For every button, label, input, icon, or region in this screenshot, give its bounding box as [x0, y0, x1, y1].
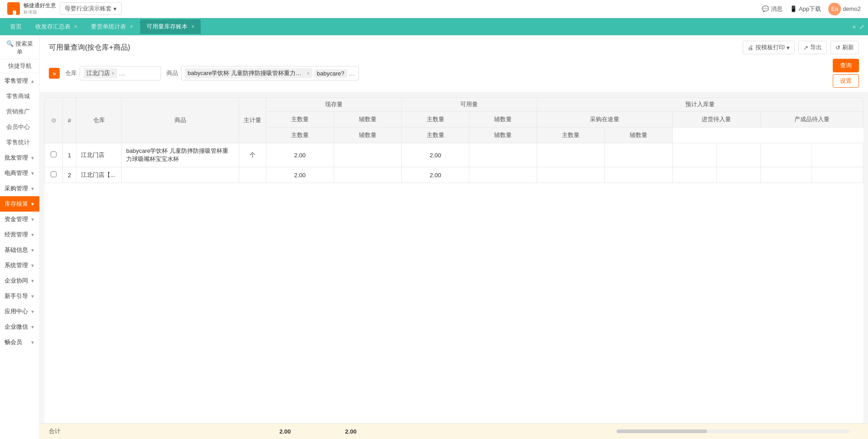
brand-info: 畅捷通好生意 标准版: [24, 2, 56, 15]
tab-available-stock[interactable]: 可用量库存账本 ×: [140, 19, 201, 34]
avatar: Ea: [828, 3, 841, 15]
product-more-icon[interactable]: ...: [349, 69, 355, 77]
row-inbound-pending-main: [672, 167, 716, 183]
sidebar-item-retail-stats[interactable]: 零售统计: [0, 135, 39, 150]
filter-bar: » 仓库 江北门店 × ... 商品 babycare学饮杯 儿童防摔防撞吸管杯…: [40, 54, 868, 93]
warehouse-filter-input[interactable]: 江北门店 × ...: [80, 66, 161, 80]
query-button[interactable]: 查询: [833, 59, 859, 72]
sidebar-section-finance: 资金管理 ▼: [0, 212, 39, 227]
order-tab-label: 要货单统计表: [91, 23, 126, 31]
tab-home[interactable]: 首页: [4, 19, 28, 34]
sidebar-section-inventory: 库存核算 ▼: [0, 196, 39, 212]
col-gear[interactable]: ⚙: [45, 98, 63, 143]
sidebar-header-wechat[interactable]: 企业微信 ▼: [0, 319, 39, 335]
chevron-down-icon: ▾: [787, 44, 790, 51]
sidebar-header-system[interactable]: 系统管理 ▼: [0, 258, 39, 273]
message-button[interactable]: 💬 消息: [762, 5, 783, 13]
col-available: 可用量: [401, 98, 537, 112]
refresh-button[interactable]: ↺ 刷新: [830, 41, 859, 54]
chevron-icon: ▼: [30, 217, 35, 222]
sidebar-header-purchase[interactable]: 采购管理 ▼: [0, 181, 39, 196]
sidebar-section-enterprise: 企业协同 ▼: [0, 273, 39, 288]
sidebar-header-operation[interactable]: 经营管理 ▼: [0, 227, 39, 242]
tab-close-receipt[interactable]: ×: [74, 24, 77, 30]
logo-icon: 畅捷通好生意: [7, 2, 20, 15]
top-bar: 畅捷通好生意 畅捷通好生意 标准版 母婴行业演示账套 ▾ 💬 消息 📱 App下…: [0, 0, 868, 18]
expand-icon[interactable]: ⤢: [859, 24, 864, 30]
chevron-icon: ▼: [30, 279, 35, 283]
sidebar-section-operation: 经营管理 ▼: [0, 227, 39, 242]
sidebar-quick-nav[interactable]: 快捷导航: [0, 59, 39, 73]
row-stock-main: 2.00: [266, 143, 334, 167]
product-filter-group: 商品 babycare学饮杯 儿童防摔防撞吸管杯重力球吸嘴杯宝宝水杯 × bab…: [166, 66, 359, 80]
horizontal-scrollbar[interactable]: [617, 430, 850, 433]
user-menu[interactable]: Ea demo2: [828, 3, 861, 15]
home-tab-label: 首页: [10, 23, 22, 31]
tab-receipt-summary[interactable]: 收发存汇总表 ×: [29, 19, 84, 34]
print-icon: 🖨: [748, 44, 754, 51]
close-all-icon[interactable]: ×: [852, 24, 856, 30]
warehouse-more-icon[interactable]: ...: [119, 69, 125, 77]
app-download-label: App下载: [799, 5, 821, 13]
row-inbound-pending-aux: [717, 143, 760, 167]
footer-label: 合计: [49, 427, 76, 435]
chevron-icon: ▼: [30, 232, 35, 237]
export-icon: ↗: [803, 44, 808, 51]
sidebar-section-purchase: 采购管理 ▼: [0, 181, 39, 196]
sidebar-section-system: 系统管理 ▼: [0, 258, 39, 273]
sidebar-header-newguide[interactable]: 新手引导 ▼: [0, 288, 39, 304]
refresh-icon: ↺: [835, 44, 840, 51]
sidebar-header-wholesale[interactable]: 批发管理 ▼: [0, 150, 39, 165]
page-actions: 🖨 按模板打印 ▾ ↗ 导出 ↺ 刷新: [743, 41, 859, 54]
sidebar-header-appcenter[interactable]: 应用中心 ▼: [0, 304, 39, 319]
print-button[interactable]: 🖨 按模板打印 ▾: [743, 41, 795, 54]
row-warehouse: 江北门店【...: [76, 167, 122, 183]
col-production-pending-main: 主数量: [537, 127, 605, 143]
sidebar-item-retail-mall[interactable]: 零售商城: [0, 89, 39, 104]
sidebar-item-marketing[interactable]: 营销推广: [0, 104, 39, 119]
search-icon: 🔍: [6, 40, 14, 47]
sidebar-header-retail[interactable]: 零售管理 ▲: [0, 73, 39, 89]
product-tag2: babycare?: [314, 69, 347, 78]
col-production-pending-aux: 辅数量: [605, 127, 673, 143]
row-purchase-transit-main: [537, 143, 605, 167]
industry-selector[interactable]: 母婴行业演示账套 ▾: [60, 2, 122, 15]
col-stock-aux: 辅数量: [334, 112, 401, 127]
sidebar-header-enterprise[interactable]: 企业协同 ▼: [0, 273, 39, 288]
tab-order-stats[interactable]: 要货单统计表 ×: [85, 19, 139, 34]
chevron-icon: ▲: [30, 79, 35, 84]
sidebar-search[interactable]: 🔍 搜索菜单: [0, 35, 39, 59]
row-checkbox[interactable]: [45, 167, 63, 183]
app-download-button[interactable]: 📱 App下载: [790, 5, 821, 13]
message-label: 消息: [771, 5, 783, 13]
tab-bar: 首页 收发存汇总表 × 要货单统计表 × 可用量库存账本 × × ⤢: [0, 18, 868, 35]
col-inbound-pending: 进货待入量: [672, 112, 760, 127]
tab-close-available[interactable]: ×: [191, 24, 194, 30]
chevron-down-icon: ▾: [113, 5, 117, 12]
sidebar-header-basic[interactable]: 基础信息 ▼: [0, 242, 39, 258]
sidebar-section-newguide: 新手引导 ▼: [0, 288, 39, 304]
data-table: ⚙ # 仓库 商品 主计量 现存量: [44, 97, 863, 183]
row-warehouse: 江北门店: [76, 143, 122, 167]
tab-close-order[interactable]: ×: [130, 24, 133, 30]
sidebar-header-inventory[interactable]: 库存核算 ▼: [0, 196, 39, 212]
sidebar-section-ecommerce: 电商管理 ▼: [0, 165, 39, 181]
sidebar-header-member[interactable]: 畅会员 ▼: [0, 335, 39, 350]
expand-filter-button[interactable]: »: [49, 68, 60, 79]
brand-sub: 标准版: [24, 9, 56, 15]
row-checkbox[interactable]: [45, 143, 63, 167]
sidebar-header-ecommerce[interactable]: 电商管理 ▼: [0, 165, 39, 181]
sidebar-header-finance[interactable]: 资金管理 ▼: [0, 212, 39, 227]
product-tag1-close[interactable]: ×: [307, 71, 310, 76]
export-button[interactable]: ↗ 导出: [798, 41, 827, 54]
chevron-icon: ▼: [30, 186, 35, 191]
row-production-pending-aux: [812, 167, 863, 183]
chevron-icon: ▼: [30, 248, 35, 253]
sidebar-item-member-center[interactable]: 会员中心: [0, 119, 39, 135]
setting-button[interactable]: 设置: [833, 74, 859, 88]
warehouse-tag-close[interactable]: ×: [112, 71, 114, 76]
warehouse-tag: 江北门店 ×: [84, 68, 117, 78]
warehouse-filter-group: 仓库 江北门店 × ...: [65, 66, 161, 80]
product-filter-input[interactable]: babycare学饮杯 儿童防摔防撞吸管杯重力球吸嘴杯宝宝水杯 × babyca…: [181, 66, 359, 80]
footer-stock-main-val: 2.00: [279, 428, 291, 435]
